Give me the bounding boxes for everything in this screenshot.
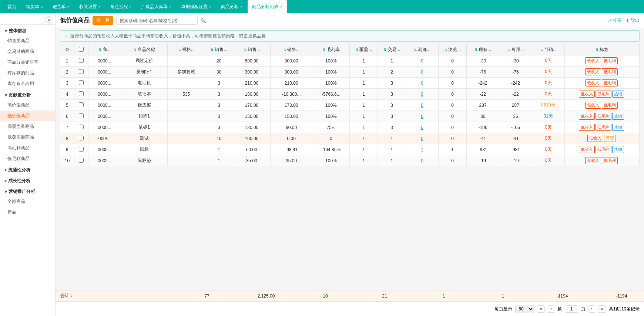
browse-link[interactable]: 0 (421, 92, 423, 97)
row-checkbox[interactable] (79, 69, 84, 74)
export-button[interactable]: ⬆ 导出 (626, 17, 640, 24)
row-checkbox[interactable] (79, 102, 84, 107)
first-page-button[interactable]: « (537, 305, 545, 313)
col-gross-rate[interactable]: ⇅ 毛利率 (312, 44, 350, 55)
col-checkbox[interactable] (74, 44, 88, 55)
sidebar-item-high-coverage[interactable]: 高覆盖量商品 (0, 121, 55, 132)
sidebar-item-category-rate[interactable]: 商品分类销售率 (0, 57, 55, 68)
data-table-container[interactable]: ⚙ ⇅ 商... ⇅ 商品名称 ⇅ 规格... ⇅ 销售... ⇅ 销售... … (60, 44, 640, 290)
row-browse1[interactable]: 0 (406, 78, 438, 89)
col-browse2[interactable]: ⇅ 浏览... (439, 44, 467, 55)
browse-link[interactable]: 0 (421, 136, 423, 141)
row-checkbox-cell[interactable] (74, 100, 88, 111)
browse-link[interactable]: 1 (421, 147, 423, 152)
sidebar-item-traded-goods[interactable]: 交易过的商品 (0, 46, 55, 57)
sidebar-section-contribution[interactable]: ∨ 贡献度分析 (0, 89, 55, 100)
row-browse1[interactable]: 0 (406, 122, 438, 133)
row-checkbox-cell[interactable] (74, 133, 88, 144)
row-checkbox-cell[interactable] (74, 122, 88, 133)
browse-link[interactable]: 0 (421, 114, 423, 119)
nav-product-stock[interactable]: 产成品入库单 × (137, 0, 176, 13)
col-browse1[interactable]: ⇅ 浏览... (406, 44, 438, 55)
row-checkbox[interactable] (79, 113, 84, 118)
browse-link[interactable]: 0 (421, 58, 423, 64)
row-checkbox[interactable] (79, 91, 84, 96)
browse-link[interactable]: 0 (421, 103, 423, 108)
col-transaction[interactable]: ⇅ 交易... (378, 44, 406, 55)
row-browse1[interactable]: 1 (406, 144, 438, 155)
row-checkbox[interactable] (79, 147, 84, 152)
nav-product-analysis[interactable]: 商品分析 × (217, 0, 247, 13)
col-spec[interactable]: ⇅ 规格... (168, 44, 205, 55)
close-icon[interactable]: × (41, 5, 43, 9)
sidebar-section-liquidity[interactable]: > 流通性分析 (0, 164, 55, 175)
row-checkbox[interactable] (79, 58, 84, 63)
nav-template[interactable]: 单据模板设置 × (177, 0, 216, 13)
col-sales-amount[interactable]: ⇅ 销售... (270, 44, 312, 55)
last-page-button[interactable]: » (598, 305, 606, 313)
search-icon[interactable]: 🔍 (201, 18, 206, 23)
sidebar-item-new-goods[interactable]: 新品 (0, 207, 55, 218)
nav-sales-order[interactable]: 销货单 × (21, 0, 47, 13)
row-browse1[interactable]: 0 (406, 89, 438, 100)
sidebar-item-low-value[interactable]: 低价值商品 (0, 111, 55, 121)
row-browse1[interactable]: 0 (406, 67, 438, 78)
close-icon[interactable]: × (98, 5, 101, 9)
col-available[interactable]: ⇅ 可用... (499, 44, 532, 55)
row-browse1[interactable]: 0 (406, 111, 438, 122)
col-name[interactable]: ⇅ 商品名称 (121, 44, 168, 55)
col-code[interactable]: ⇅ 商... (88, 44, 121, 55)
close-icon[interactable]: × (240, 5, 242, 9)
sidebar-item-high-margin[interactable]: 高毛利商品 (0, 143, 55, 153)
row-browse1[interactable]: 0 (406, 100, 438, 111)
browse-link[interactable]: 0 (421, 81, 423, 86)
row-checkbox-cell[interactable] (74, 89, 88, 100)
sidebar-item-low-coverage[interactable]: 低覆盖量商品 (0, 132, 55, 143)
sidebar-section-marketing[interactable]: ∨ 营销推广分析 (0, 186, 55, 196)
prev-page-button[interactable]: ‹ (548, 305, 554, 313)
browse-link[interactable]: 0 (421, 125, 423, 130)
sidebar-item-stocked-goods[interactable]: 有库存的商品 (0, 68, 55, 78)
row-checkbox[interactable] (79, 136, 84, 140)
share-button[interactable]: ↗ 分享 (608, 17, 621, 24)
close-icon[interactable]: × (130, 5, 132, 9)
row-checkbox[interactable] (79, 80, 84, 85)
nav-purchase-order[interactable]: 进货单 × (48, 0, 74, 13)
sidebar-section-growth[interactable]: > 成长性分析 (0, 175, 55, 186)
browse-link[interactable]: 0 (421, 158, 423, 163)
row-checkbox-cell[interactable] (74, 78, 88, 89)
row-checkbox[interactable] (79, 158, 84, 163)
close-icon[interactable]: × (280, 5, 282, 9)
row-checkbox-cell[interactable] (74, 155, 88, 166)
sidebar-section-overall[interactable]: ∨ 整体信息 (0, 25, 55, 35)
search-input[interactable] (116, 17, 198, 25)
row-browse1[interactable]: 0 (406, 155, 438, 166)
close-icon[interactable]: × (67, 5, 70, 9)
row-checkbox-cell[interactable] (74, 55, 88, 67)
page-size-select[interactable]: 50 100 200 (515, 305, 534, 313)
browse-link[interactable]: 0 (421, 69, 423, 75)
row-checkbox-cell[interactable] (74, 67, 88, 78)
row-browse1[interactable]: 0 (406, 133, 438, 144)
col-sales-qty[interactable]: ⇅ 销售... (205, 44, 233, 55)
close-icon[interactable]: × (169, 5, 171, 9)
sidebar-item-high-value[interactable]: 高价值商品 (0, 100, 55, 111)
col-sales-price[interactable]: ⇅ 销售... (233, 44, 270, 55)
nav-permission[interactable]: 权限设置 × (75, 0, 105, 13)
page-number-input[interactable] (565, 305, 578, 313)
filter-recent-month-button[interactable]: 近一月 (93, 16, 113, 25)
sidebar-item-sales-goods[interactable]: 销售类商品 (0, 35, 55, 46)
sidebar-item-all-goods[interactable]: 全部商品 (0, 196, 55, 207)
col-tags[interactable]: ⇅ 标签 (564, 44, 639, 55)
row-checkbox[interactable] (79, 125, 84, 129)
nav-product-analysis-list[interactable]: 商品分析列表 × (248, 0, 287, 13)
sidebar-item-low-margin[interactable]: 低毛利商品 (0, 153, 55, 164)
col-setting[interactable]: ⚙ (60, 44, 74, 55)
sidebar-collapse-button[interactable]: « (46, 16, 52, 23)
nav-role-auth[interactable]: 角色授权 × (106, 0, 136, 13)
select-all-checkbox[interactable] (79, 47, 84, 52)
next-page-button[interactable]: › (588, 305, 595, 313)
col-coverage[interactable]: ⇅ 覆盖... (350, 44, 378, 55)
close-icon[interactable]: × (209, 5, 211, 9)
row-checkbox-cell[interactable] (74, 111, 88, 122)
